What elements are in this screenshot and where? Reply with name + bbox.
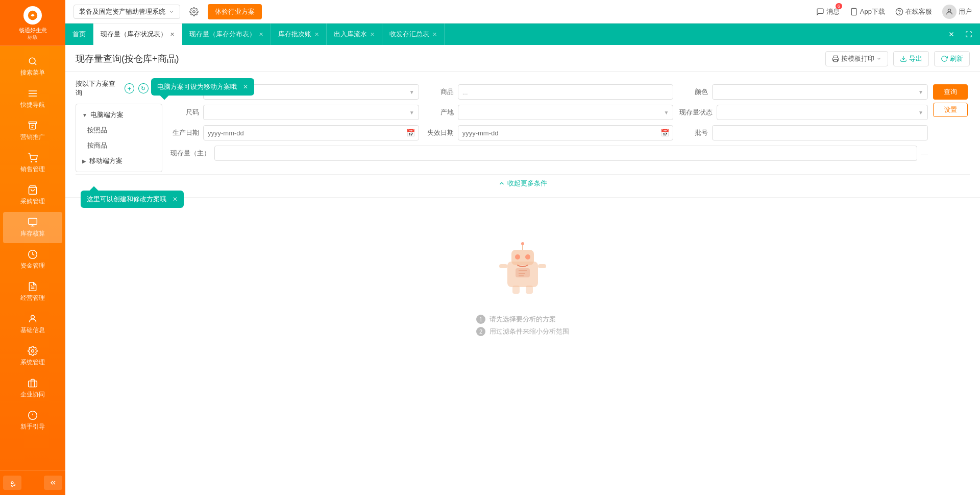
svg-rect-31 <box>512 286 520 294</box>
online-support-btn[interactable]: 在线客服 <box>895 7 932 16</box>
qty-range-sep: — <box>921 150 928 157</box>
create-tooltip: 这里可以创建和修改方案哦 ✕ <box>81 191 184 208</box>
tab-home[interactable]: 首页 <box>65 23 93 45</box>
tabs-right-actions <box>944 27 980 41</box>
tab-inout-flow[interactable]: 出入库流水 ✕ <box>327 23 382 45</box>
scheme-mobile[interactable]: ▶ 移动端方案 <box>76 153 162 169</box>
sidebar-item-inventory[interactable]: 库存核算 <box>3 212 62 243</box>
stock-status-select[interactable]: ▼ <box>717 105 928 120</box>
filter-row-1: 仓库 ... ▼ 商品 .. <box>170 84 928 100</box>
messages-btn[interactable]: 消息 6 <box>816 7 840 16</box>
tab-batch-ledger[interactable]: 库存批次账 ✕ <box>271 23 327 45</box>
batch-no-input[interactable] <box>712 125 928 140</box>
svg-point-9 <box>32 350 34 352</box>
scheme-tooltip-close[interactable]: ✕ <box>243 83 248 90</box>
tab-maximize-btn[interactable] <box>962 27 976 41</box>
qty-main-from[interactable] <box>214 146 917 161</box>
collapse-row[interactable]: 收起更多条件 <box>76 174 970 192</box>
reset-btn[interactable]: 设置 <box>933 103 968 117</box>
filter-field-expiry-date: 失效日期 📅 <box>425 125 674 140</box>
sidebar-collapse-btn[interactable] <box>44 476 62 490</box>
tab-close-all-btn[interactable] <box>944 27 959 41</box>
filter-row-2: 尺码 ▼ 产地 ▼ <box>170 105 928 120</box>
scheme-selector-col: 按以下方案查询 + ↻ « 电脑方案可设为移动方案哦 ✕ <box>76 79 162 172</box>
sidebar-bottom <box>0 470 65 495</box>
origin-chevron: ▼ <box>664 110 669 115</box>
user-avatar <box>942 5 957 19</box>
user-menu[interactable]: 用户 <box>942 5 972 19</box>
tab-inventory-status-close[interactable]: ✕ <box>170 31 175 38</box>
prod-date-wrap: 📅 <box>203 125 419 140</box>
create-tooltip-close[interactable]: ✕ <box>173 196 178 203</box>
tab-inventory-status-label: 现存量（库存状况表） <box>101 30 167 39</box>
topbar-right: 消息 6 App下载 在线客服 用户 <box>816 5 972 19</box>
scheme-desktop-child-2[interactable]: 按商品 <box>76 138 162 153</box>
origin-label: 产地 <box>425 108 454 117</box>
scheme-desktop-label: 电脑端方案 <box>90 110 124 120</box>
refresh-btn[interactable]: 刷新 <box>934 51 970 66</box>
sidebar-item-sales[interactable]: 销售管理 <box>3 148 62 179</box>
sidebar-item-procurement-label: 采购管理 <box>20 197 45 206</box>
svg-rect-10 <box>29 381 37 387</box>
expiry-date-wrap: 📅 <box>458 125 674 140</box>
tab-inventory-dist-close[interactable]: ✕ <box>259 31 263 38</box>
print-btn[interactable]: 按模板打印 <box>825 51 888 66</box>
qty-main-label: 现存量（主） <box>170 149 210 158</box>
export-btn[interactable]: 导出 <box>893 51 929 66</box>
sidebar-item-basicinfo[interactable]: 基础信息 <box>3 309 62 340</box>
expiry-date-icon: 📅 <box>660 129 669 137</box>
sidebar-item-enterprise[interactable]: 企业协同 <box>3 373 62 404</box>
print-btn-label: 按模板打印 <box>841 54 874 63</box>
stock-status-label: 现存量状态 <box>679 108 713 117</box>
filter-field-product: 商品 ... <box>425 84 674 100</box>
topbar-settings-btn[interactable] <box>186 4 202 19</box>
svg-rect-14 <box>851 8 856 15</box>
sidebar-item-search[interactable]: 搜索菜单 <box>3 51 62 82</box>
page-actions: 按模板打印 导出 刷新 <box>825 51 970 66</box>
tab-inventory-status[interactable]: 现存量（库存状况表） ✕ <box>93 23 182 45</box>
sidebar-item-quicknav[interactable]: 快捷导航 <box>3 83 62 114</box>
color-chevron: ▼ <box>918 89 923 95</box>
system-name-selector[interactable]: 装备及固定资产辅助管理系统 <box>74 5 180 19</box>
sidebar-item-guide[interactable]: 新手引导 <box>3 405 62 436</box>
tab-batch-ledger-label: 库存批次账 <box>278 30 311 39</box>
tab-inout-flow-close[interactable]: ✕ <box>370 31 375 38</box>
sidebar-settings-btn[interactable] <box>3 476 21 490</box>
origin-select[interactable]: ▼ <box>458 105 674 120</box>
industry-btn[interactable]: 体验行业方案 <box>208 4 262 19</box>
tab-receive-send-close[interactable]: ✕ <box>432 31 437 38</box>
scheme-tooltip-text: 电脑方案可设为移动方案哦 <box>157 83 237 90</box>
size-select[interactable]: ▼ <box>203 105 419 120</box>
query-btn[interactable]: 查询 <box>933 84 968 100</box>
collapse-label: 收起更多条件 <box>507 179 547 188</box>
filter-fields-col: 仓库 ... ▼ 商品 .. <box>162 79 970 165</box>
prod-date-label: 生产日期 <box>170 128 199 137</box>
svg-point-26 <box>525 254 530 260</box>
color-select[interactable]: ▼ <box>712 84 928 100</box>
sidebar-item-procurement[interactable]: 采购管理 <box>3 180 62 211</box>
add-scheme-btn[interactable]: + <box>125 83 134 93</box>
prod-date-input[interactable] <box>203 125 419 140</box>
expiry-date-input[interactable] <box>458 125 674 140</box>
scheme-desktop-child-1[interactable]: 按照品 <box>76 123 162 138</box>
create-tooltip-text: 这里可以创建和修改方案哦 <box>87 195 166 203</box>
scheme-desktop-child-2-label: 按商品 <box>87 141 107 150</box>
tab-batch-ledger-close[interactable]: ✕ <box>314 31 319 38</box>
sidebar-item-basicinfo-label: 基础信息 <box>20 326 45 335</box>
svg-rect-24 <box>511 250 534 265</box>
sidebar-item-operations[interactable]: 经营管理 <box>3 276 62 308</box>
sidebar-item-system[interactable]: 系统管理 <box>3 341 62 372</box>
scheme-desktop[interactable]: ▼ 电脑端方案 <box>76 107 162 123</box>
refresh-scheme-btn[interactable]: ↻ <box>138 83 148 93</box>
product-select[interactable]: ... <box>458 84 674 100</box>
svg-point-17 <box>899 13 900 14</box>
app-download-btn[interactable]: App下载 <box>850 7 885 16</box>
sidebar-item-finance[interactable]: 资金管理 <box>3 244 62 275</box>
page-header: 现存量查询(按仓库+商品) 按模板打印 导出 <box>65 45 980 72</box>
scheme-tooltip: 电脑方案可设为移动方案哦 ✕ <box>151 78 254 96</box>
tab-receive-send[interactable]: 收发存汇总表 ✕ <box>382 23 445 45</box>
tab-inventory-dist[interactable]: 现存量（库存分布表） ✕ <box>182 23 271 45</box>
sidebar-item-marketing[interactable]: 营销推广 <box>3 115 62 147</box>
content-area: 现存量查询(按仓库+商品) 按模板打印 导出 <box>65 45 980 495</box>
tab-home-label: 首页 <box>72 30 86 39</box>
